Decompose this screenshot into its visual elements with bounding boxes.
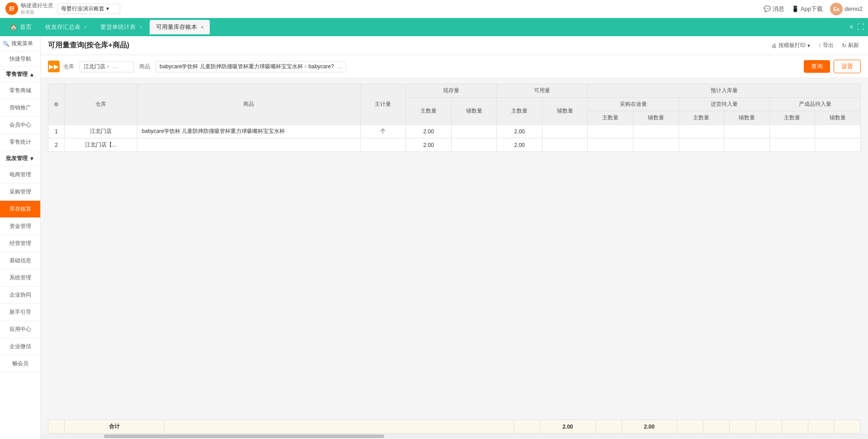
user-menu-btn[interactable]: Ea demo2 <box>830 3 863 15</box>
sidebar-item-basic[interactable]: 基础信息 <box>0 252 40 269</box>
sidebar-item-finance-label: 资金管理 <box>9 222 31 230</box>
footer-stock-aux <box>595 420 622 434</box>
home-icon: 🏠 <box>10 24 17 31</box>
sidebar-item-finance[interactable]: 资金管理 <box>0 218 40 235</box>
row2-unit <box>360 138 406 152</box>
settings-button[interactable]: 设置 <box>834 60 861 73</box>
main-layout: 🔍 搜索菜单 快捷导航 零售管理 ▲ 零售商城 营销推广 会员中心 零售统计 批… <box>0 36 868 439</box>
footer-empty3 <box>514 420 540 434</box>
tab-order-label: 要货单统计表 <box>100 23 136 31</box>
th-production: 产成品待入量 <box>769 98 860 111</box>
th-warehouse: 仓库 <box>65 84 137 125</box>
avatar: Ea <box>830 3 843 15</box>
message-label: 消息 <box>773 5 784 13</box>
sidebar-item-member[interactable]: 会员中心 <box>0 117 40 134</box>
row2-incoming-aux <box>724 138 770 152</box>
tab-order-close[interactable]: × <box>139 24 142 30</box>
th-unit: 主计量 <box>360 84 406 125</box>
logo-icon: 好 <box>5 2 18 15</box>
sidebar-item-operations-label: 经营管理 <box>9 240 31 247</box>
sidebar-item-wholesale-mgmt[interactable]: 批发管理 ▼ <box>0 151 40 166</box>
footer-table: 合计 2.00 2.00 <box>48 420 861 434</box>
row2-warehouse: 江北门店【... <box>65 138 137 152</box>
th-settings[interactable]: ⚙ <box>48 84 65 125</box>
product-filter-input[interactable]: babycare学饮杯 儿童防摔防撞吸管杯重力球吸嘴杯宝宝水杯 × babyca… <box>156 61 346 72</box>
row2-stock-main: 2.00 <box>406 138 452 152</box>
tab-available[interactable]: 可用量库存账本 × <box>150 20 210 34</box>
sidebar-item-system[interactable]: 系统管理 <box>0 269 40 287</box>
sidebar-item-purchase[interactable]: 采购管理 <box>0 184 40 201</box>
message-btn[interactable]: 💬 消息 <box>764 5 784 13</box>
export-btn[interactable]: ↑ 导出 <box>816 41 835 50</box>
tab-receive[interactable]: 收发存汇总表 × <box>39 20 93 34</box>
warehouse-filter-input[interactable]: 江北门店 × ... <box>80 61 134 72</box>
sidebar-search[interactable]: 🔍 搜索菜单 <box>0 36 40 52</box>
top-bar-left: 好 畅捷通好生意 标准版 母婴行业演示账套 ▾ <box>5 2 120 15</box>
print-btn[interactable]: 🖨 按模板打印 ▾ <box>769 41 812 50</box>
product-tag1: babycare学饮杯 儿童防摔防撞吸管杯重力球吸嘴杯宝宝水杯 × <box>160 63 307 71</box>
sidebar-item-enterprise[interactable]: 企业协同 <box>0 287 40 304</box>
refresh-btn[interactable]: ↻ 刷新 <box>840 41 861 50</box>
row1-avail-main: 2.00 <box>497 125 542 138</box>
sidebar-item-retail-stats-label: 零售统计 <box>9 138 31 146</box>
footer-stock-main: 2.00 <box>540 420 595 434</box>
product-tag1-text: babycare学饮杯 儿童防摔防撞吸管杯重力球吸嘴杯宝宝水杯 <box>160 63 303 71</box>
sidebar-item-member2[interactable]: 畅会员 <box>0 355 40 373</box>
scroll-thumb[interactable] <box>104 434 384 438</box>
sidebar-item-retail-mgmt-label: 零售管理 <box>6 71 28 78</box>
expand-icon[interactable]: ⛶ <box>857 23 864 31</box>
sidebar-item-apps[interactable]: 应用中心 <box>0 321 40 338</box>
row1-incoming-aux <box>724 125 770 138</box>
sidebar-item-wholesale-mgmt-label: 批发管理 <box>6 155 28 162</box>
tenant-select[interactable]: 母婴行业演示账套 ▾ <box>57 4 120 14</box>
footer-empty1 <box>48 420 65 434</box>
sidebar-item-newbie[interactable]: 新手引导 <box>0 304 40 321</box>
row2-prod-main <box>769 138 815 152</box>
logo-area: 好 畅捷通好生意 标准版 <box>5 2 53 15</box>
th-incoming-main: 主数量 <box>679 111 724 125</box>
tab-receive-label: 收发存汇总表 <box>45 23 80 31</box>
warehouse-filter-label: 仓库 <box>63 63 74 71</box>
th-avail-aux: 辅数量 <box>542 98 588 125</box>
sidebar-item-ecommerce[interactable]: 电商管理 <box>0 166 40 184</box>
tab-receive-close[interactable]: × <box>84 24 87 30</box>
table-area: ⚙ 仓库 商品 主计量 现存量 可用量 预计入库量 主数量 辅数量 主数量 辅数… <box>41 78 868 420</box>
sidebar-item-retail-stats[interactable]: 零售统计 <box>0 134 40 151</box>
warehouse-more[interactable]: ... <box>113 63 118 70</box>
sidebar-item-member-label: 会员中心 <box>9 121 31 129</box>
sidebar-item-marketing[interactable]: 营销推广 <box>0 99 40 117</box>
th-product: 商品 <box>137 84 360 125</box>
avatar-text: Ea <box>834 6 840 12</box>
query-button[interactable]: 查询 <box>804 60 830 73</box>
close-all-icon[interactable]: × <box>849 23 854 31</box>
printer-icon: 🖨 <box>771 42 777 49</box>
sidebar-item-retail-mall[interactable]: 零售商城 <box>0 82 40 99</box>
export-icon: ↑ <box>818 42 821 49</box>
row1-product: babycare学饮杯 儿童防摔防撞吸管杯重力球吸嘴杯宝宝水杯 <box>137 125 360 138</box>
tab-order[interactable]: 要货单统计表 × <box>94 20 148 34</box>
page-title: 可用量查询(按仓库+商品) <box>48 41 129 50</box>
refresh-label: 刷新 <box>848 42 859 49</box>
filter-toggle[interactable]: ▶▶ <box>48 61 60 72</box>
product-more[interactable]: ... <box>338 63 342 70</box>
app-download-btn[interactable]: 📱 App下载 <box>792 5 823 13</box>
th-available: 可用量 <box>497 84 588 98</box>
table-row: 2 江北门店【... 2.00 2.00 <box>48 138 861 152</box>
bottom-scrollbar[interactable] <box>41 434 868 439</box>
warehouse-tag-close[interactable]: × <box>107 64 109 69</box>
footer-empty2 <box>164 420 514 434</box>
top-bar-right: 💬 消息 📱 App下载 Ea demo2 <box>764 3 863 15</box>
sidebar-item-wechat[interactable]: 企业微信 <box>0 338 40 355</box>
sidebar-item-retail-mgmt[interactable]: 零售管理 ▲ <box>0 67 40 82</box>
tab-available-close[interactable]: × <box>201 24 203 30</box>
footer-p6 <box>834 420 860 434</box>
sidebar-item-basic-label: 基础信息 <box>9 257 31 264</box>
product-tag1-close[interactable]: × <box>304 64 307 69</box>
sidebar-item-inventory[interactable]: 库存核算 <box>0 201 40 218</box>
sidebar-item-operations[interactable]: 经营管理 <box>0 235 40 252</box>
sidebar-quick-nav[interactable]: 快捷导航 <box>0 52 40 67</box>
row1-warehouse: 江北门店 <box>65 125 137 138</box>
th-incoming: 进货待入量 <box>679 98 769 111</box>
sidebar-item-apps-label: 应用中心 <box>9 326 31 333</box>
tab-home[interactable]: 🏠 首页 <box>4 20 38 34</box>
